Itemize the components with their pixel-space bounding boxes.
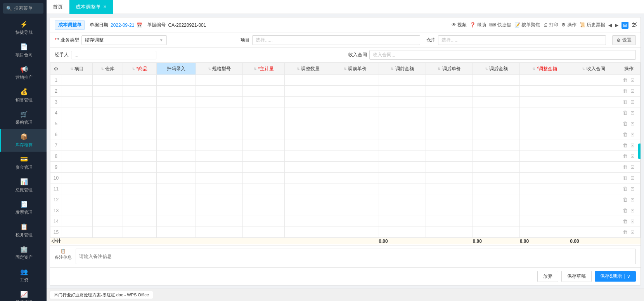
cell-adjust-qty[interactable] — [285, 162, 332, 173]
cell-before-amount[interactable] — [379, 107, 426, 118]
cell-warehouse[interactable] — [92, 216, 123, 227]
row-delete-button[interactable]: 🗑 — [622, 164, 628, 170]
cell-adjust-amount[interactable] — [520, 173, 570, 183]
row-delete-button[interactable]: 🗑 — [622, 153, 628, 159]
col-after-amount[interactable]: ⇅ 调后金额 — [473, 63, 520, 75]
cell-project[interactable] — [62, 97, 93, 107]
col-income-contract[interactable]: ⇅ 收入合同 — [570, 63, 617, 75]
cell-product[interactable] — [123, 162, 157, 173]
review-action[interactable]: 📝 按单聚焦 — [514, 22, 540, 28]
sidebar-item-sales-promotion[interactable]: 📢 营销推广 — [0, 62, 47, 84]
cell-adjust-qty[interactable] — [285, 194, 332, 205]
row-delete-button[interactable]: 🗑 — [622, 186, 628, 192]
cell-unit[interactable] — [243, 227, 285, 238]
cell-product[interactable] — [123, 205, 157, 216]
cell-project[interactable] — [62, 107, 93, 118]
nav-prev-action[interactable]: ◀ — [608, 22, 612, 28]
cell-before-price[interactable] — [332, 205, 379, 216]
cell-adjust-amount[interactable] — [520, 75, 570, 86]
cell-income-contract[interactable] — [570, 140, 617, 151]
cell-project[interactable] — [62, 173, 93, 183]
cell-income-contract[interactable] — [570, 151, 617, 162]
cell-before-price[interactable] — [332, 151, 379, 162]
cell-warehouse[interactable] — [92, 227, 123, 238]
tab-cost-adjust[interactable]: 成本调整单 ✕ — [69, 0, 113, 14]
row-copy-button[interactable]: ⊡ — [630, 164, 635, 170]
cell-before-price[interactable] — [332, 216, 379, 227]
cell-before-amount[interactable] — [379, 140, 426, 151]
cell-adjust-amount[interactable] — [520, 97, 570, 107]
cell-before-price[interactable] — [332, 118, 379, 129]
cell-after-price[interactable] — [426, 151, 473, 162]
cell-before-amount[interactable] — [379, 129, 426, 140]
cell-adjust-qty[interactable] — [285, 107, 332, 118]
cell-after-price[interactable] — [426, 107, 473, 118]
sidebar-item-purchase-mgmt[interactable]: 🛒 采购管理 — [0, 107, 47, 129]
sidebar-item-invoice[interactable]: 🧾 发票管理 — [0, 197, 47, 219]
row-copy-button[interactable]: ⊡ — [630, 175, 635, 181]
tab-close-icon[interactable]: ✕ — [103, 4, 107, 9]
cell-before-amount[interactable] — [379, 86, 426, 97]
row-copy-button[interactable]: ⊡ — [630, 142, 635, 148]
row-delete-button[interactable]: 🗑 — [622, 175, 628, 181]
cell-unit[interactable] — [243, 75, 285, 86]
cell-warehouse[interactable] — [92, 173, 123, 183]
cell-scan[interactable] — [157, 140, 196, 151]
cell-project[interactable] — [62, 227, 93, 238]
row-delete-button[interactable]: 🗑 — [622, 88, 628, 94]
cell-warehouse[interactable] — [92, 162, 123, 173]
cell-before-price[interactable] — [332, 227, 379, 238]
cell-income-contract[interactable] — [570, 205, 617, 216]
cell-unit[interactable] — [243, 151, 285, 162]
cell-warehouse[interactable] — [92, 118, 123, 129]
cell-adjust-qty[interactable] — [285, 129, 332, 140]
sidebar-item-ops-mgmt[interactable]: 📈 经营管理 — [0, 287, 47, 301]
col-warehouse[interactable]: ⇅ 仓库 — [92, 63, 123, 75]
row-delete-button[interactable]: 🗑 — [622, 131, 628, 137]
cell-warehouse[interactable] — [92, 194, 123, 205]
sidebar-item-tax[interactable]: 📋 税务管理 — [0, 219, 47, 242]
save-new-arrow-icon[interactable]: ∨ — [624, 274, 630, 279]
col-scan[interactable]: 扫码录入 — [157, 63, 196, 75]
cell-after-amount[interactable] — [473, 205, 520, 216]
cell-unit[interactable] — [243, 173, 285, 183]
cell-spec[interactable] — [196, 151, 243, 162]
cell-after-price[interactable] — [426, 162, 473, 173]
cell-income-contract[interactable] — [570, 183, 617, 194]
cell-warehouse[interactable] — [92, 140, 123, 151]
cell-before-amount[interactable] — [379, 227, 426, 238]
cell-before-price[interactable] — [332, 129, 379, 140]
cell-spec[interactable] — [196, 205, 243, 216]
cell-after-amount[interactable] — [473, 151, 520, 162]
cell-product[interactable] — [123, 97, 157, 107]
cell-warehouse[interactable] — [92, 129, 123, 140]
cell-after-price[interactable] — [426, 118, 473, 129]
cell-scan[interactable] — [157, 194, 196, 205]
cell-adjust-amount[interactable] — [520, 151, 570, 162]
cell-after-amount[interactable] — [473, 129, 520, 140]
cell-adjust-qty[interactable] — [285, 151, 332, 162]
cell-product[interactable] — [123, 173, 157, 183]
cell-adjust-qty[interactable] — [285, 140, 332, 151]
cell-product[interactable] — [123, 75, 157, 86]
cell-adjust-qty[interactable] — [285, 227, 332, 238]
cell-before-price[interactable] — [332, 194, 379, 205]
row-delete-button[interactable]: 🗑 — [622, 77, 628, 83]
row-copy-button[interactable]: ⊡ — [630, 197, 635, 202]
cell-project[interactable] — [62, 205, 93, 216]
col-product[interactable]: ⇅ *商品 — [123, 63, 157, 75]
cell-spec[interactable] — [196, 129, 243, 140]
cell-scan[interactable] — [157, 183, 196, 194]
cell-spec[interactable] — [196, 227, 243, 238]
cell-project[interactable] — [62, 162, 93, 173]
cell-adjust-amount[interactable] — [520, 162, 570, 173]
cell-spec[interactable] — [196, 118, 243, 129]
cell-product[interactable] — [123, 194, 157, 205]
sidebar-item-quick-nav[interactable]: ⚡ 快捷导航 — [0, 17, 47, 39]
cell-unit[interactable] — [243, 194, 285, 205]
cell-before-amount[interactable] — [379, 205, 426, 216]
handler-input[interactable]: ... — [71, 51, 156, 59]
cell-project[interactable] — [62, 183, 93, 194]
sidebar-item-payroll[interactable]: 👥 工资 — [0, 264, 47, 287]
sidebar-item-fixed-assets[interactable]: 🏢 固定资产 — [0, 242, 47, 264]
